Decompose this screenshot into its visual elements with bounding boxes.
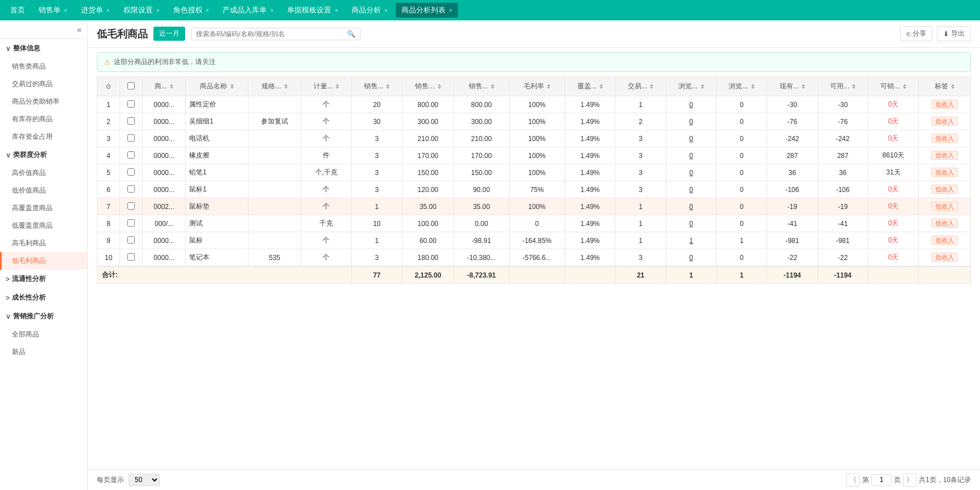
nav-item-产成品入库单[interactable]: 产成品入库单×	[217, 3, 279, 18]
row-view1[interactable]: 0	[666, 96, 716, 113]
sidebar-collapse-button[interactable]: «	[77, 25, 82, 34]
view1-link[interactable]: 0	[690, 186, 694, 194]
nav-item-商品分析列表[interactable]: 商品分析列表×	[396, 3, 458, 18]
row-checkbox[interactable]	[120, 130, 143, 147]
col-coverage[interactable]: 覆盖...	[565, 77, 615, 96]
sidebar-group-成长性分析[interactable]: >成长性分析	[0, 288, 87, 307]
row-view1[interactable]: 0	[666, 164, 716, 181]
nav-item-销售单[interactable]: 销售单×	[33, 3, 73, 18]
search-icon[interactable]: 🔍	[347, 30, 356, 38]
view1-link[interactable]: 0	[690, 220, 694, 228]
page-size-select[interactable]: 10 20 50 100	[129, 474, 160, 486]
col-unit[interactable]: 计量...	[301, 77, 352, 96]
col-current-stock[interactable]: 现有...	[767, 77, 818, 96]
nav-close-icon[interactable]: ×	[384, 7, 388, 14]
col-code[interactable]: 商...	[143, 77, 186, 96]
col-view2[interactable]: 浏览...	[716, 77, 767, 96]
sidebar-item-高价值商品[interactable]: 高价值商品	[0, 164, 87, 182]
col-transaction[interactable]: 交易...	[615, 77, 666, 96]
row-view1[interactable]: 1	[666, 232, 716, 249]
row-view1[interactable]: 0	[666, 113, 716, 130]
view1-link[interactable]: 0	[690, 118, 694, 126]
col-available[interactable]: 可用...	[818, 77, 868, 96]
sidebar-item-商品分类助销率[interactable]: 商品分类助销率	[0, 93, 87, 110]
export-button[interactable]: ⬇ 导出	[937, 26, 971, 41]
row-view1[interactable]: 0	[666, 181, 716, 198]
col-view1[interactable]: 浏览...	[666, 77, 716, 96]
nav-close-icon[interactable]: ×	[449, 7, 452, 14]
sidebar-group-流通性分析[interactable]: >流通性分析	[0, 270, 87, 288]
row-view1[interactable]: 0	[666, 215, 716, 232]
prev-page-button[interactable]: 〈	[846, 473, 860, 487]
col-sales-amount[interactable]: 销售...	[454, 77, 510, 96]
row-checkbox[interactable]	[120, 113, 143, 130]
row-checkbox[interactable]	[120, 249, 143, 267]
nav-item-商品分析[interactable]: 商品分析×	[346, 3, 393, 18]
next-page-button[interactable]: 〉	[903, 473, 917, 487]
nav-close-icon[interactable]: ×	[270, 7, 273, 14]
col-name[interactable]: 商品名称	[186, 77, 249, 96]
col-saleable[interactable]: 可销...	[868, 77, 918, 96]
view1-link[interactable]: 0	[690, 135, 694, 143]
row-checkbox[interactable]	[120, 198, 143, 215]
col-tag[interactable]: 标签	[919, 77, 971, 96]
row-checkbox[interactable]	[120, 96, 143, 113]
col-sales-qty[interactable]: 销售...	[352, 77, 402, 96]
sidebar-item-高毛利商品[interactable]: 高毛利商品	[0, 235, 87, 252]
sidebar-item-库存资金占用[interactable]: 库存资金占用	[0, 128, 87, 146]
sidebar-item-低毛利商品[interactable]: 低毛利商品	[0, 252, 87, 270]
row-checkbox[interactable]	[120, 215, 143, 232]
filter-button[interactable]: 近一月	[153, 27, 185, 41]
page-title: 低毛利商品	[97, 27, 148, 41]
col-checkbox[interactable]	[120, 77, 143, 96]
sidebar-group-类群度分析[interactable]: ∨类群度分析	[0, 146, 87, 164]
col-sales-price[interactable]: 销售...	[402, 77, 453, 96]
sidebar-item-高覆盖度商品[interactable]: 高覆盖度商品	[0, 199, 87, 217]
col-settings[interactable]: ⚙	[97, 77, 120, 96]
row-checkbox[interactable]	[120, 164, 143, 181]
row-view2: 0	[716, 249, 767, 267]
row-current-stock: -30	[767, 96, 818, 113]
search-input[interactable]	[196, 30, 344, 38]
nav-item-首页[interactable]: 首页	[5, 3, 31, 18]
row-available: -106	[818, 181, 868, 198]
row-view1[interactable]: 0	[666, 198, 716, 215]
view1-link[interactable]: 0	[690, 254, 694, 262]
row-checkbox[interactable]	[120, 232, 143, 249]
nav-item-进货单[interactable]: 进货单×	[75, 3, 115, 18]
sidebar-item-全部商品[interactable]: 全部商品	[0, 326, 87, 343]
view1-link[interactable]: 0	[690, 203, 694, 211]
nav-item-角色授权[interactable]: 角色授权×	[168, 3, 215, 18]
view1-link[interactable]: 0	[690, 152, 694, 160]
view1-link[interactable]: 0	[690, 101, 694, 109]
select-all-checkbox[interactable]	[127, 82, 135, 90]
share-button[interactable]: ⎋ 分享	[900, 26, 932, 41]
col-gross-margin[interactable]: 毛利率	[509, 77, 565, 96]
sidebar-item-低覆盖度商品[interactable]: 低覆盖度商品	[0, 217, 87, 235]
nav-close-icon[interactable]: ×	[106, 7, 110, 14]
sidebar-group-营销推广分析[interactable]: ∨营销推广分析	[0, 307, 87, 326]
nav-close-icon[interactable]: ×	[64, 7, 67, 14]
sidebar-item-有库存的商品[interactable]: 有库存的商品	[0, 110, 87, 128]
nav-item-权限设置[interactable]: 权限设置×	[118, 3, 165, 18]
row-checkbox[interactable]	[120, 181, 143, 198]
nav-close-icon[interactable]: ×	[335, 7, 338, 14]
nav-close-icon[interactable]: ×	[206, 7, 209, 14]
page-input[interactable]	[871, 474, 892, 485]
sidebar-group-整体信息[interactable]: ∨整体信息	[0, 39, 87, 58]
sidebar-item-新品[interactable]: 新品	[0, 343, 87, 361]
sidebar-item-低价值商品[interactable]: 低价值商品	[0, 182, 87, 199]
sidebar-item-交易过的商品[interactable]: 交易过的商品	[0, 75, 87, 93]
view1-link[interactable]: 1	[690, 237, 694, 245]
col-spec[interactable]: 规格...	[248, 77, 301, 96]
row-available: -30	[818, 96, 868, 113]
row-view1[interactable]: 0	[666, 147, 716, 164]
row-checkbox[interactable]	[120, 147, 143, 164]
row-view1[interactable]: 0	[666, 130, 716, 147]
nav-close-icon[interactable]: ×	[156, 7, 160, 14]
sidebar-item-销售类商品[interactable]: 销售类商品	[0, 58, 87, 75]
view1-link[interactable]: 0	[690, 169, 694, 177]
row-tag: 低收入	[919, 147, 971, 164]
row-view1[interactable]: 0	[666, 249, 716, 267]
nav-item-单据模板设置[interactable]: 单据模板设置×	[281, 3, 344, 18]
